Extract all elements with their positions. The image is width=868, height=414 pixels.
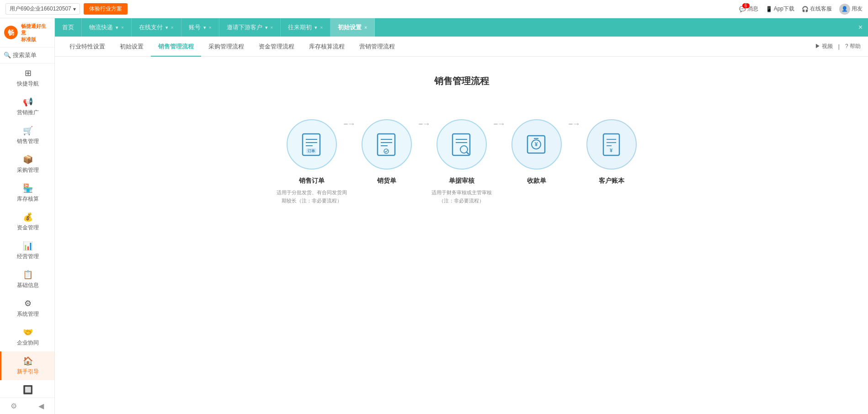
tab-home[interactable]: 首页 bbox=[55, 18, 82, 37]
sidebar-logo: 畅 畅捷通好生意 标准版 bbox=[0, 18, 54, 48]
sidebar-item-inventory[interactable]: 🏪 库存核算 bbox=[0, 179, 54, 207]
flow-step-name-delivery-note: 销货单 bbox=[377, 177, 396, 185]
tab-invite[interactable]: 邀请下游客户 ▾ × bbox=[219, 18, 281, 37]
tab-logistics[interactable]: 物流快递 ▾ × bbox=[82, 18, 132, 37]
layout: 畅 畅捷通好生意 标准版 🔍 搜索菜单 ⊞ 快捷导航 📢 营销推广 🛒 销售管理 bbox=[0, 18, 868, 414]
app-center-icon: 🔲 bbox=[23, 385, 33, 395]
tab-account-arrow: ▾ bbox=[203, 25, 206, 31]
video-link[interactable]: ▶ 视频 bbox=[815, 42, 833, 50]
flow-circle-receipt: ¥ bbox=[511, 119, 562, 170]
flow-circle-audit bbox=[437, 119, 487, 170]
tab-history-close[interactable]: × bbox=[320, 25, 323, 30]
sidebar-item-label: 经营管理 bbox=[17, 253, 39, 260]
main: 首页 物流快递 ▾ × 在线支付 ▾ × 账号 ▾ × 邀请下游客户 ▾ × bbox=[55, 18, 868, 414]
tab-history-arrow: ▾ bbox=[314, 25, 317, 31]
tab-history[interactable]: 往来期初 ▾ × bbox=[281, 18, 330, 37]
tab-init-setup-close[interactable]: × bbox=[364, 25, 367, 30]
message-item[interactable]: 💬 6 消息 bbox=[739, 5, 758, 13]
inventory-icon: 🏪 bbox=[23, 183, 33, 193]
online-service-item[interactable]: 🎧 在线客服 bbox=[802, 5, 832, 13]
customer-ledger-icon: ¥ bbox=[599, 132, 624, 157]
online-service-label: 在线客服 bbox=[810, 5, 832, 13]
flow-step-desc-sales-order: 适用于分批发货、有合同发货周期较长（注：非必要流程） bbox=[275, 189, 348, 205]
flow-step-audit: 单据审核 适用于财务审核或主管审核（注：非必要流程） bbox=[425, 119, 498, 205]
new-guide-icon: 🏠 bbox=[23, 356, 33, 366]
chevron-down-icon: ▾ bbox=[73, 6, 76, 12]
top-bar-right: 💬 6 消息 📱 App下载 🎧 在线客服 👤 用友 bbox=[739, 4, 863, 15]
sidebar-item-sales-mgmt[interactable]: 🛒 销售管理 bbox=[0, 121, 54, 150]
separator: | bbox=[838, 43, 840, 50]
flow-step-name-sales-order: 销售订单 bbox=[299, 177, 325, 185]
sidebar-item-quick-nav[interactable]: ⊞ 快捷导航 bbox=[0, 64, 54, 92]
svg-line-17 bbox=[467, 152, 469, 154]
sub-tab-marketing-flow[interactable]: 营销管理流程 bbox=[352, 37, 402, 57]
sidebar-item-marketing-promo[interactable]: 📢 营销推广 bbox=[0, 92, 54, 121]
logo-text: 畅捷通好生意 标准版 bbox=[21, 23, 51, 42]
headset-icon: 🎧 bbox=[802, 6, 809, 12]
sidebar-item-sys-mgmt[interactable]: ⚙ 系统管理 bbox=[0, 294, 54, 323]
user-selector[interactable]: 用户690企业1660120507 ▾ bbox=[5, 3, 80, 15]
sidebar-item-basic-info[interactable]: 📋 基础信息 bbox=[0, 265, 54, 294]
tab-init-setup[interactable]: 初始设置 × bbox=[330, 18, 375, 37]
sidebar-item-label: 库存核算 bbox=[17, 195, 39, 203]
tab-account-close[interactable]: × bbox=[209, 25, 212, 30]
sidebar-item-label: 资金管理 bbox=[17, 224, 39, 232]
tab-invite-label: 邀请下游客户 bbox=[227, 23, 262, 32]
flow-step-name-audit: 单据审核 bbox=[449, 177, 474, 185]
message-badge: 6 bbox=[742, 3, 750, 8]
top-bar: 用户690企业1660120507 ▾ 体验行业方案 💬 6 消息 📱 App下… bbox=[0, 0, 868, 18]
tab-account[interactable]: 账号 ▾ × bbox=[181, 18, 219, 37]
svg-text:¥: ¥ bbox=[610, 148, 613, 153]
purchase-mgmt-icon: 📦 bbox=[23, 154, 33, 165]
sidebar-item-label: 系统管理 bbox=[17, 310, 39, 318]
page-title: 销售管理流程 bbox=[64, 75, 859, 87]
tab-account-label: 账号 bbox=[189, 23, 201, 32]
flow-step-desc-audit: 适用于财务审核或主管审核（注：非必要流程） bbox=[425, 189, 498, 205]
finance-mgmt-icon: 💰 bbox=[23, 212, 33, 222]
sidebar-item-label: 采购管理 bbox=[17, 166, 39, 174]
sales-order-icon: 订单 bbox=[299, 132, 324, 157]
sidebar-item-app-center[interactable]: 🔲 应用中心 bbox=[0, 380, 54, 398]
svg-text:畅: 畅 bbox=[8, 29, 14, 36]
sub-tab-inventory-flow[interactable]: 库存核算流程 bbox=[302, 37, 352, 57]
user-profile-item[interactable]: 👤 用友 bbox=[839, 4, 863, 15]
enterprise-coop-icon: 🤝 bbox=[23, 327, 33, 337]
tab-logistics-close[interactable]: × bbox=[121, 25, 124, 30]
sidebar-item-purchase-mgmt[interactable]: 📦 采购管理 bbox=[0, 150, 54, 179]
sys-mgmt-icon: ⚙ bbox=[24, 298, 32, 308]
quick-nav-icon: ⊞ bbox=[25, 68, 32, 78]
app-download-icon: 📱 bbox=[766, 6, 772, 12]
sidebar-search[interactable]: 🔍 搜索菜单 bbox=[0, 48, 54, 64]
flow-circle-customer-ledger: ¥ bbox=[586, 119, 637, 170]
tab-invite-close[interactable]: × bbox=[271, 25, 273, 30]
ops-mgmt-icon: 📊 bbox=[23, 241, 33, 251]
sidebar-item-ops-mgmt[interactable]: 📊 经营管理 bbox=[0, 236, 54, 265]
tab-payment[interactable]: 在线支付 ▾ × bbox=[132, 18, 181, 37]
app-download-item[interactable]: 📱 App下载 bbox=[766, 5, 794, 13]
sub-tab-industry-features[interactable]: 行业特性设置 bbox=[62, 37, 112, 57]
sub-tab-init-settings[interactable]: 初始设置 bbox=[112, 37, 151, 57]
help-link[interactable]: ? 帮助 bbox=[845, 42, 861, 50]
settings-icon[interactable]: ⚙ bbox=[11, 402, 17, 410]
content-area: 销售管理流程 订单 销售订单 bbox=[55, 57, 868, 414]
tab-invite-arrow: ▾ bbox=[265, 25, 268, 31]
sub-tab-purchase-flow[interactable]: 采购管理流程 bbox=[201, 37, 251, 57]
sidebar-item-enterprise-coop[interactable]: 🤝 企业协同 bbox=[0, 323, 54, 351]
sidebar: 畅 畅捷通好生意 标准版 🔍 搜索菜单 ⊞ 快捷导航 📢 营销推广 🛒 销售管理 bbox=[0, 18, 55, 414]
sidebar-item-finance-mgmt[interactable]: 💰 资金管理 bbox=[0, 207, 54, 236]
sub-tab-sales-flow[interactable]: 销售管理流程 bbox=[151, 37, 201, 57]
collapse-icon[interactable]: ◀ bbox=[38, 402, 44, 410]
sidebar-bottom: ⚙ ◀ bbox=[0, 398, 54, 414]
flow-step-sales-order: 订单 销售订单 适用于分批发货、有合同发货周期较长（注：非必要流程） bbox=[275, 119, 348, 205]
sales-mgmt-icon: 🛒 bbox=[23, 126, 33, 136]
top-bar-left: 用户690企业1660120507 ▾ 体验行业方案 bbox=[5, 3, 128, 15]
tab-payment-close[interactable]: × bbox=[171, 25, 174, 30]
flow-circle-sales-order: 订单 bbox=[287, 119, 337, 170]
sub-tab-finance-flow[interactable]: 资金管理流程 bbox=[251, 37, 302, 57]
trial-btn[interactable]: 体验行业方案 bbox=[84, 3, 128, 15]
sidebar-item-label: 营销推广 bbox=[17, 109, 39, 117]
sub-tabs: 行业特性设置 初始设置 销售管理流程 采购管理流程 资金管理流程 库存核算流程 … bbox=[55, 37, 868, 57]
sidebar-item-new-guide[interactable]: 🏠 新手引导 bbox=[0, 351, 54, 380]
tab-home-label: 首页 bbox=[62, 23, 74, 32]
tab-nav-close-btn[interactable]: × bbox=[853, 23, 868, 32]
